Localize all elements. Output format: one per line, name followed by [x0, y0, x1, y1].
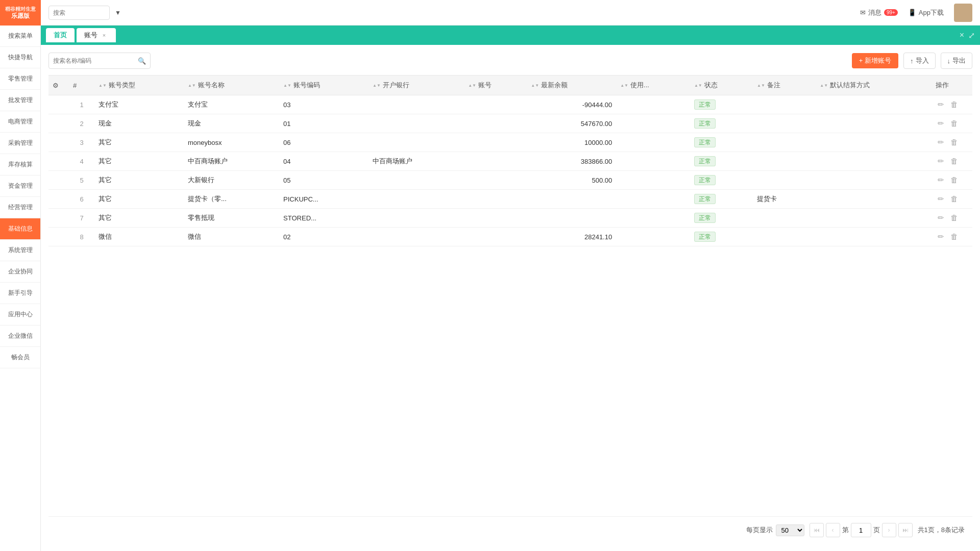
sidebar-item-capital-mgmt[interactable]: 资金管理	[0, 176, 40, 197]
row-default-settlement	[816, 190, 932, 209]
sidebar-item-inventory[interactable]: 库存核算	[0, 154, 40, 176]
row-num: 8	[69, 228, 94, 246]
row-type: 其它	[94, 133, 184, 152]
delete-button[interactable]: 🗑	[948, 176, 960, 184]
row-actions: ✏ 🗑	[932, 171, 972, 190]
sidebar-item-quick-nav[interactable]: 快捷导航	[0, 47, 40, 68]
th-code[interactable]: ▲▼账号编码	[279, 76, 369, 95]
delete-button[interactable]: 🗑	[948, 100, 960, 109]
sort-icon-code: ▲▼	[283, 84, 291, 88]
th-type[interactable]: ▲▼账号类型	[94, 76, 184, 95]
row-balance: 10000.00	[527, 133, 616, 152]
tab-close-button[interactable]: ×	[100, 31, 108, 39]
th-usage[interactable]: ▲▼使用...	[616, 76, 690, 95]
import-label: 导入	[916, 56, 929, 65]
expand-tab-action[interactable]: ⤢	[968, 31, 975, 40]
import-button[interactable]: ↑ 导入	[903, 53, 936, 69]
search-input[interactable]	[53, 57, 138, 64]
row-code: 06	[279, 133, 369, 152]
delete-button[interactable]: 🗑	[948, 138, 960, 146]
edit-button[interactable]: ✏	[936, 232, 946, 241]
first-page-button[interactable]: ⏮	[810, 523, 824, 537]
sidebar-item-enterprise-agreement[interactable]: 企业协同	[0, 261, 40, 283]
delete-button[interactable]: 🗑	[948, 194, 960, 203]
th-remark[interactable]: ▲▼备注	[753, 76, 816, 95]
header-row: ⚙ # ▲▼账号类型 ▲▼账号名称 ▲▼账号编码 ▲▼开户银行 ▲▼账号 ▲▼最…	[48, 76, 972, 95]
topbar-dropdown[interactable]: ▼	[115, 9, 121, 16]
last-page-button[interactable]: ⏭	[898, 523, 913, 537]
sidebar-item-system-mgmt[interactable]: 系统管理	[0, 240, 40, 261]
th-default-settlement[interactable]: ▲▼默认结算方式	[816, 76, 932, 95]
sidebar-item-enterprise-wechat[interactable]: 企业微信	[0, 325, 40, 347]
page-unit: 页	[873, 525, 880, 535]
sidebar-item-purchase-mgmt[interactable]: 采购管理	[0, 133, 40, 154]
table-row: 8 微信 微信 02 28241.10 正常 ✏ 🗑	[48, 228, 972, 246]
delete-button[interactable]: 🗑	[948, 213, 960, 222]
sidebar-item-ops-mgmt[interactable]: 经营管理	[0, 197, 40, 218]
row-account	[464, 95, 527, 114]
sidebar-item-newbie-guide[interactable]: 新手引导	[0, 283, 40, 304]
table-body: 1 支付宝 支付宝 03 -90444.00 正常 ✏ 🗑 2 现金 现金 01…	[48, 95, 972, 246]
th-num: #	[69, 76, 94, 95]
avatar[interactable]	[954, 4, 972, 22]
close-tab-action[interactable]: ×	[960, 31, 964, 40]
row-code: 05	[279, 171, 369, 190]
delete-button[interactable]: 🗑	[948, 157, 960, 165]
edit-button[interactable]: ✏	[936, 213, 946, 222]
add-account-button[interactable]: + 新增账号	[852, 53, 898, 68]
pagination-bar: 每页显示 50 100 200 ⏮ ‹ 第 页 › ⏭ 共1页，8条记录	[48, 516, 972, 543]
row-status: 正常	[690, 190, 753, 209]
row-bank	[369, 171, 464, 190]
row-balance: 500.00	[527, 171, 616, 190]
delete-button[interactable]: 🗑	[948, 232, 960, 241]
sidebar-item-wholesale-mgmt[interactable]: 批发管理	[0, 90, 40, 111]
th-balance[interactable]: ▲▼最新余额	[527, 76, 616, 95]
page-size-select[interactable]: 50 100 200	[776, 524, 804, 536]
edit-button[interactable]: ✏	[936, 176, 946, 184]
search-icon[interactable]: 🔍	[138, 57, 146, 65]
row-usage	[616, 152, 690, 171]
row-status: 正常	[690, 114, 753, 133]
prev-page-button[interactable]: ‹	[826, 523, 840, 537]
topbar-left: ▼	[48, 6, 121, 20]
edit-button[interactable]: ✏	[936, 194, 946, 203]
page-number-input[interactable]	[851, 523, 871, 537]
row-num: 3	[69, 133, 94, 152]
row-type: 其它	[94, 190, 184, 209]
edit-button[interactable]: ✏	[936, 100, 946, 109]
status-badge: 正常	[694, 194, 716, 204]
sidebar-item-search-menu[interactable]: 搜索菜单	[0, 26, 40, 47]
export-button[interactable]: ↓ 导出	[941, 53, 973, 69]
row-usage	[616, 209, 690, 228]
row-actions: ✏ 🗑	[932, 95, 972, 114]
sort-icon-status: ▲▼	[694, 84, 702, 88]
edit-button[interactable]: ✏	[936, 157, 946, 165]
delete-button[interactable]: 🗑	[948, 119, 960, 128]
topbar-search-input[interactable]	[48, 6, 110, 20]
main-area: ▼ ✉ 消息 99+ 📱 App下载 首页 账号 × × ⤢	[41, 0, 980, 551]
sidebar-item-basic-info[interactable]: 基础信息	[0, 218, 40, 240]
edit-button[interactable]: ✏	[936, 138, 946, 146]
tab-home-label: 首页	[54, 31, 67, 40]
app-download-button[interactable]: 📱 App下载	[908, 8, 944, 17]
next-page-button[interactable]: ›	[882, 523, 896, 537]
sidebar-item-app-center[interactable]: 应用中心	[0, 304, 40, 325]
row-default-settlement	[816, 133, 932, 152]
message-button[interactable]: ✉ 消息 99+	[860, 8, 898, 17]
topbar: ▼ ✉ 消息 99+ 📱 App下载	[41, 0, 980, 26]
th-status[interactable]: ▲▼状态	[690, 76, 753, 95]
toolbar: 🔍 + 新增账号 ↑ 导入 ↓ 导出	[48, 53, 972, 69]
tab-account[interactable]: 账号 ×	[77, 28, 116, 42]
th-settings[interactable]: ⚙	[48, 76, 69, 95]
row-balance: 383866.00	[527, 152, 616, 171]
row-bank	[369, 228, 464, 246]
th-name[interactable]: ▲▼账号名称	[184, 76, 279, 95]
sidebar-item-member[interactable]: 畅会员	[0, 347, 40, 368]
tab-home[interactable]: 首页	[46, 28, 75, 42]
row-actions: ✏ 🗑	[932, 209, 972, 228]
th-bank[interactable]: ▲▼开户银行	[369, 76, 464, 95]
th-account[interactable]: ▲▼账号	[464, 76, 527, 95]
sidebar-item-ecommerce-mgmt[interactable]: 电商管理	[0, 111, 40, 133]
edit-button[interactable]: ✏	[936, 119, 946, 128]
sidebar-item-retail-mgmt[interactable]: 零售管理	[0, 68, 40, 90]
